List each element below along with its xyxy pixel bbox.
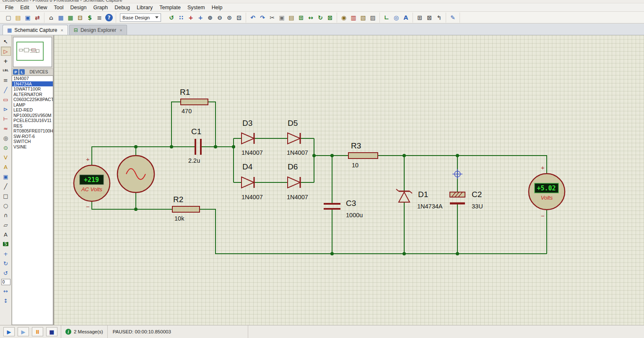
library-manager-button[interactable]: L [19, 69, 25, 75]
device-list-item[interactable]: SW-ROT-6 [12, 134, 53, 139]
rotate-cw-button[interactable]: ↻ [1, 259, 11, 268]
device-list-item[interactable]: C0603C225K8PACT [12, 97, 53, 102]
tab-design-explorer[interactable]: ⊟ Design Explorer × [69, 25, 127, 35]
zoom-all-button[interactable]: ⊙ [225, 13, 234, 22]
block-copy-button[interactable]: ⊞ [296, 13, 306, 22]
current-probe-mode-button[interactable]: A [1, 162, 11, 172]
device-list-item[interactable]: VSINE [12, 144, 53, 150]
search-tag-button[interactable]: ◎ [392, 13, 401, 22]
message-segment[interactable]: i 2 Message(s) [61, 325, 108, 338]
d5-value-label[interactable]: 1N4007 [287, 149, 308, 156]
d4-ref-label[interactable]: D4 [242, 162, 253, 171]
device-list-item[interactable]: RES [12, 123, 53, 129]
remove-sheet-button[interactable]: ⊠ [425, 13, 434, 22]
d1-ref-label[interactable]: D1 [418, 190, 428, 199]
resistor-r3[interactable]: R3 10 [348, 141, 378, 169]
d6-value-label[interactable]: 1N4007 [287, 194, 308, 200]
flip-vertical-button[interactable]: ↕ [1, 296, 11, 305]
r3-value-label[interactable]: 10 [352, 162, 358, 169]
2d-text-mode-button[interactable]: A [1, 230, 11, 239]
save-design-button[interactable]: ▣ [23, 13, 32, 22]
resistor-r2[interactable]: R2 10k [172, 195, 200, 222]
terminal-mode-button[interactable]: ⊳ [1, 104, 11, 114]
device-list-item[interactable]: ALTERNATOR [12, 92, 53, 97]
2d-arc-mode-button[interactable]: ∩ [1, 211, 11, 220]
false-origin-button[interactable]: + [186, 13, 195, 22]
rotate-ccw-button[interactable]: ↺ [1, 268, 11, 278]
schematic-capture-button[interactable]: ▦ [56, 13, 65, 22]
virtual-instruments-mode-button[interactable]: ▣ [1, 172, 11, 181]
vsine-source[interactable] [117, 156, 154, 192]
zoom-in-button[interactable]: ⊕ [205, 13, 215, 22]
menu-item[interactable]: Tool [51, 4, 67, 11]
project-notes-button[interactable]: ≡ [95, 13, 104, 22]
r3-ref-label[interactable]: R3 [351, 141, 361, 150]
zener-diode-d1[interactable]: D1 1N4734A [396, 189, 443, 210]
tab-close-icon[interactable]: × [60, 28, 63, 33]
d4-value-label[interactable]: 1N4007 [242, 194, 263, 200]
menu-item[interactable]: View [33, 4, 51, 11]
component-mode-button[interactable]: ▷ [1, 47, 11, 56]
device-list-item[interactable]: 1N4007 [12, 76, 53, 81]
pick-parts-button[interactable]: ◉ [339, 13, 348, 22]
menu-item[interactable]: Library [133, 4, 156, 11]
wire-autorouter-button[interactable]: ∟ [382, 13, 391, 22]
2d-circle-mode-button[interactable]: ○ [1, 201, 11, 210]
menu-item[interactable]: System [184, 4, 208, 11]
d1-value-label[interactable]: 1N4734A [417, 203, 443, 210]
menu-item[interactable]: Debug [111, 4, 133, 11]
menu-item[interactable]: Graph [90, 4, 111, 11]
2d-line-mode-button[interactable]: ╱ [1, 182, 11, 191]
decompose-button[interactable]: ▨ [368, 13, 377, 22]
generator-mode-button[interactable]: ⊙ [1, 143, 11, 152]
junction-dot-mode-button[interactable]: + [1, 56, 11, 65]
property-assignment-button[interactable]: A [401, 13, 410, 22]
copy-button[interactable]: ▣ [277, 13, 286, 22]
home-page-button[interactable]: ⌂ [47, 13, 56, 22]
device-list-item[interactable]: LAMP [12, 102, 53, 108]
d5-ref-label[interactable]: D5 [288, 119, 298, 127]
diode-d3[interactable]: D3 1N4007 [242, 119, 263, 156]
cut-button[interactable]: ✂ [267, 13, 277, 22]
pause-button[interactable]: Ⅱ [32, 327, 43, 336]
diode-d5[interactable]: D5 1N4007 [287, 119, 308, 156]
schematic-sheet[interactable]: +219 AC Volts + − R1 470 [54, 35, 644, 325]
new-design-button[interactable]: ▢ [4, 13, 13, 22]
toggle-grid-button[interactable]: ∷ [177, 13, 186, 22]
redraw-button[interactable]: ↺ [167, 13, 176, 22]
zoom-out-button[interactable]: ⊖ [215, 13, 224, 22]
capacitor-c2[interactable]: C2 33U [450, 190, 483, 210]
menu-item[interactable]: Design [67, 4, 90, 11]
diode-d6[interactable]: D6 1N4007 [287, 162, 308, 200]
block-delete-button[interactable]: ⊠ [325, 13, 335, 22]
device-list-item[interactable]: NP1000U25V950M [12, 113, 53, 118]
packaging-tool-button[interactable]: ▧ [358, 13, 368, 22]
tab-schematic-capture[interactable]: ▦ Schematic Capture × [3, 25, 68, 35]
device-list-item[interactable]: 1N4734A [12, 81, 53, 87]
rotation-angle-input[interactable] [1, 279, 10, 285]
r1-value-label[interactable]: 470 [182, 108, 192, 114]
block-move-button[interactable]: ↔ [306, 13, 315, 22]
wire-label-mode-button[interactable]: LBL [1, 66, 11, 75]
graph-mode-button[interactable]: ≈ [1, 124, 11, 133]
help-button[interactable]: ? [105, 14, 113, 21]
design-explorer-button[interactable]: ⊟ [75, 13, 85, 22]
schematic-overview[interactable] [13, 37, 52, 67]
import-design-button[interactable]: ⇄ [33, 13, 42, 22]
c2-value-label[interactable]: 33U [472, 203, 483, 210]
step-button[interactable]: ▶ [18, 327, 29, 336]
device-list-item[interactable]: 10WATT100R [12, 86, 53, 92]
redo-button[interactable]: ↷ [258, 13, 267, 22]
2d-symbol-mode-button[interactable]: S [1, 239, 11, 249]
r1-ref-label[interactable]: R1 [180, 88, 190, 96]
undo-button[interactable]: ↶ [248, 13, 257, 22]
c2-ref-label[interactable]: C2 [472, 190, 482, 199]
2d-path-mode-button[interactable]: ▱ [1, 220, 11, 229]
tab-close-icon[interactable]: × [119, 28, 122, 33]
pick-devices-button[interactable]: P [13, 69, 18, 75]
c1-ref-label[interactable]: C1 [191, 127, 201, 136]
subcircuit-mode-button[interactable]: ▭ [1, 95, 11, 104]
exit-to-parent-button[interactable]: ↰ [434, 13, 444, 22]
play-button[interactable]: ▶ [3, 327, 15, 336]
menu-item[interactable]: Edit [17, 4, 33, 11]
